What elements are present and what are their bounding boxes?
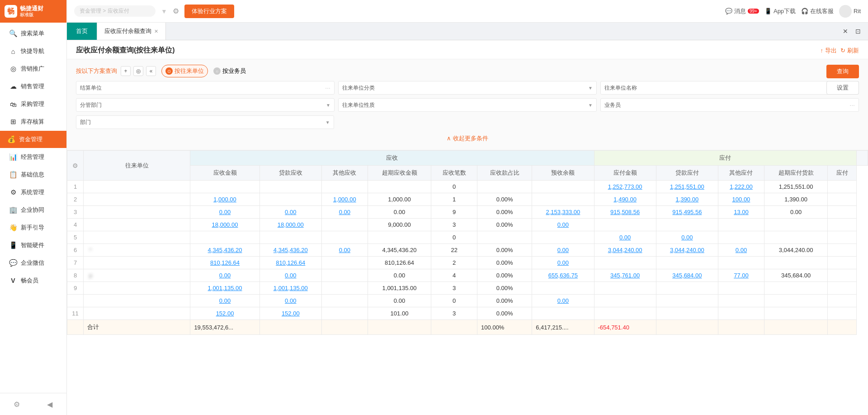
ap-amount-cell[interactable] — [594, 282, 656, 295]
sidebar-item-inventory[interactable]: ⊞ 库存核算 — [2, 113, 65, 130]
dept-input[interactable] — [105, 102, 326, 108]
partner-name-input[interactable] — [641, 85, 855, 91]
sidebar-item-enterprise[interactable]: 🏢 企业协同 — [2, 201, 65, 219]
sidebar-item-finance[interactable]: 💰 资金管理 — [0, 131, 66, 148]
collapse-bar[interactable]: ∧ 收起更多条件 — [76, 133, 859, 144]
sidebar-item-operation[interactable]: 📊 经营管理 — [2, 148, 65, 166]
app-download-btn[interactable]: 📱 App下载 — [764, 7, 796, 15]
ap-other-cell[interactable]: 13.00 — [718, 206, 764, 219]
tab-ar-query[interactable]: 应收应付余额查询 ✕ — [97, 23, 166, 40]
online-service-btn[interactable]: 🎧 在线客服 — [801, 7, 834, 15]
dept2-dropdown-icon[interactable]: ▼ — [326, 120, 330, 125]
sidebar-item-sales[interactable]: ☁ 销售管理 — [2, 78, 65, 95]
ap-loan-cell[interactable]: 1,251,551.00 — [656, 181, 718, 193]
ar-amount-cell[interactable]: 0.00 — [190, 295, 259, 307]
advance-balance-cell[interactable]: 655,636.75 — [532, 269, 594, 282]
sidebar-item-wechat[interactable]: 💬 企业微信 — [2, 254, 65, 272]
ar-amount-cell[interactable]: 4,345,436.20 — [190, 244, 259, 257]
advance-balance-cell[interactable] — [532, 193, 594, 206]
advance-balance-cell[interactable] — [532, 307, 594, 320]
ar-loan-cell[interactable]: 0.00 — [259, 269, 321, 282]
sidebar-item-hardware[interactable]: 📱 智能硬件 — [2, 237, 65, 254]
ap-amount-cell[interactable] — [594, 257, 656, 269]
ar-amount-cell[interactable]: 1,000.00 — [190, 193, 259, 206]
ap-other-cell[interactable] — [718, 295, 764, 307]
ap-loan-cell[interactable] — [656, 295, 718, 307]
more-scheme-btn[interactable]: « — [146, 66, 156, 76]
ap-loan-cell[interactable] — [656, 307, 718, 320]
salesman-input[interactable] — [624, 102, 849, 108]
ap-amount-cell[interactable] — [594, 295, 656, 307]
ar-loan-cell[interactable]: 1,001,135.00 — [259, 282, 321, 295]
ar-loan-cell[interactable]: 152.00 — [259, 307, 321, 320]
settlement-unit-input[interactable] — [105, 85, 325, 91]
ar-loan-cell[interactable]: 0.00 — [259, 295, 321, 307]
ar-amount-cell[interactable] — [190, 231, 259, 244]
ar-amount-cell[interactable]: 810,126.64 — [190, 257, 259, 269]
ar-loan-cell[interactable]: 0.00 — [259, 206, 321, 219]
ap-loan-cell[interactable]: 3,044,240.00 — [656, 244, 718, 257]
ar-amount-cell[interactable]: 1,001,135.00 — [190, 282, 259, 295]
ap-amount-cell[interactable]: 1,490.00 — [594, 193, 656, 206]
table-settings-gear-icon[interactable]: ⚙ — [72, 162, 78, 169]
filter-option-by-salesman[interactable]: ○ 按业务员 — [210, 65, 250, 77]
advance-balance-cell[interactable]: 0.00 — [532, 244, 594, 257]
ar-other-cell[interactable] — [321, 269, 368, 282]
advance-balance-cell[interactable]: 0.00 — [532, 257, 594, 269]
user-area[interactable]: Rit — [839, 5, 861, 18]
ar-other-cell[interactable] — [321, 219, 368, 231]
sidebar-item-basic[interactable]: 📋 基础信息 — [2, 166, 65, 183]
ap-other-cell[interactable]: 0.00 — [718, 244, 764, 257]
ap-amount-cell[interactable] — [594, 219, 656, 231]
ar-other-cell[interactable]: 0.00 — [321, 206, 368, 219]
advance-balance-cell[interactable] — [532, 181, 594, 193]
sidebar-item-system[interactable]: ⚙ 系统管理 — [2, 184, 65, 201]
ap-other-cell[interactable] — [718, 257, 764, 269]
advance-balance-cell[interactable] — [532, 231, 594, 244]
export-btn[interactable]: ↑ 导出 — [821, 47, 837, 55]
ap-other-cell[interactable] — [718, 282, 764, 295]
advance-balance-cell[interactable]: 0.00 — [532, 219, 594, 231]
query-button[interactable]: 查询 — [826, 65, 859, 78]
advance-balance-cell[interactable]: 0.00 — [532, 295, 594, 307]
ap-loan-cell[interactable] — [656, 282, 718, 295]
salesman-dots-icon[interactable]: ··· — [849, 101, 855, 109]
ar-loan-cell[interactable]: 18,000.00 — [259, 219, 321, 231]
ar-amount-cell[interactable]: 152.00 — [190, 307, 259, 320]
ap-amount-cell[interactable]: 3,044,240.00 — [594, 244, 656, 257]
tab-close-window-btn[interactable]: ✕ — [841, 26, 850, 37]
ar-other-cell[interactable] — [321, 181, 368, 193]
ap-other-cell[interactable] — [718, 219, 764, 231]
ap-other-cell[interactable]: 1,222.00 — [718, 181, 764, 193]
filter-option-by-partner[interactable]: ⊙ 按往来单位 — [161, 65, 208, 77]
ap-amount-cell[interactable]: 1,252,773.00 — [594, 181, 656, 193]
partner-category-dropdown-icon[interactable]: ▼ — [588, 86, 593, 91]
sidebar-item-marketing[interactable]: ◎ 营销推广 — [2, 60, 65, 77]
add-scheme-btn[interactable]: + — [121, 66, 131, 76]
settlement-dots-icon[interactable]: ··· — [325, 84, 330, 91]
ar-other-cell[interactable] — [321, 282, 368, 295]
ar-loan-cell[interactable] — [259, 231, 321, 244]
dept-dropdown-icon[interactable]: ▼ — [326, 103, 330, 108]
footer-ar-amount[interactable]: 19,553,472,6... — [190, 320, 259, 335]
ar-other-cell[interactable] — [321, 257, 368, 269]
ar-amount-cell[interactable] — [190, 181, 259, 193]
promo-button[interactable]: 体验行业方案 — [184, 5, 234, 18]
ar-other-cell[interactable]: 0.00 — [321, 244, 368, 257]
ap-other-cell[interactable] — [718, 231, 764, 244]
tab-maximize-btn[interactable]: ⊡ — [854, 26, 863, 37]
ar-other-cell[interactable] — [321, 307, 368, 320]
ap-amount-cell[interactable] — [594, 307, 656, 320]
ar-other-cell[interactable] — [321, 295, 368, 307]
advance-balance-cell[interactable] — [532, 282, 594, 295]
sidebar-item-member[interactable]: V 畅会员 — [2, 272, 65, 289]
ap-loan-cell[interactable]: 0.00 — [656, 231, 718, 244]
ar-other-cell[interactable] — [321, 231, 368, 244]
ap-amount-cell[interactable]: 0.00 — [594, 231, 656, 244]
settings-bottom-btn[interactable]: ⚙ — [9, 397, 25, 411]
ap-amount-cell[interactable]: 915,508.56 — [594, 206, 656, 219]
dept2-input[interactable] — [94, 119, 326, 125]
sidebar-item-purchase[interactable]: 🛍 采购管理 — [2, 95, 65, 113]
ar-loan-cell[interactable] — [259, 193, 321, 206]
ap-loan-cell[interactable]: 345,684.00 — [656, 269, 718, 282]
